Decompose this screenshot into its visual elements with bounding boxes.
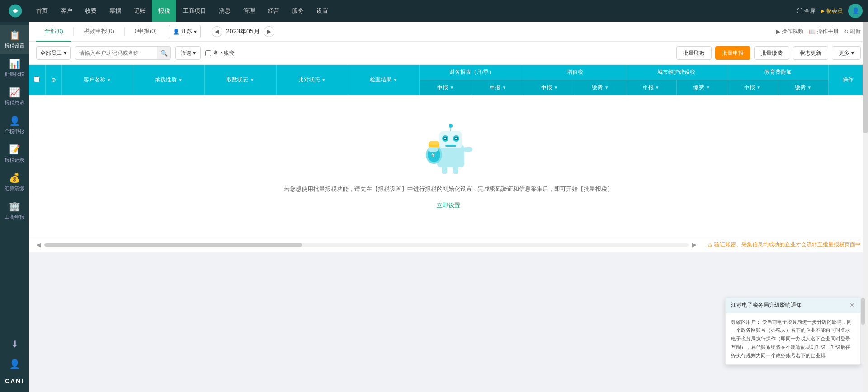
th-checkbox: [29, 65, 45, 95]
th-edu-pay: 缴费 ▼: [778, 80, 829, 96]
prev-month-button[interactable]: ◀: [212, 26, 222, 37]
th-client-name-label: 客户名称: [84, 76, 105, 83]
th-tax-nature-label: 纳税性质: [155, 76, 177, 83]
refresh-link[interactable]: ↻ 刷新: [844, 28, 861, 35]
employee-select[interactable]: 全部员工 ▾: [36, 46, 71, 60]
notification-scrollbar-thumb[interactable]: [861, 298, 865, 325]
tab-declare-count: (0): [107, 28, 114, 34]
notification-close-button[interactable]: ✕: [849, 301, 855, 309]
svg-rect-17: [428, 147, 438, 152]
th-check-result-filter[interactable]: ▼: [393, 77, 397, 82]
select-all-checkbox[interactable]: [34, 76, 40, 82]
tax-record-icon: 📝: [9, 144, 20, 155]
search-icon: 🔍: [160, 50, 168, 57]
sidebar-item-tax-overview[interactable]: 📈 报税总览: [0, 82, 29, 111]
th-city-pay: 缴费 ▼: [676, 80, 727, 96]
nav-operation[interactable]: 经营: [261, 0, 286, 22]
batch-pay-button[interactable]: 批量缴费: [754, 46, 789, 60]
annual-report-icon: 🏢: [9, 201, 20, 212]
th-education-tax: 教育费附加: [727, 65, 828, 80]
svg-point-1: [14, 10, 17, 12]
nav-manage[interactable]: 管理: [237, 0, 261, 22]
th-client-name-filter[interactable]: ▼: [107, 77, 111, 82]
operation-manual-link[interactable]: 📖 操作手册: [809, 28, 839, 35]
nav-right-actions: ⛶ 全屏 ▶ 畅会员 👤: [797, 4, 863, 18]
tab-zero-count: (0): [150, 28, 157, 34]
region-select[interactable]: 👤 江苏 ▾: [169, 25, 201, 38]
th-edu-declare: 申报 ▼: [727, 80, 778, 96]
batch-fetch-button[interactable]: 批量取数: [676, 46, 712, 60]
th-city-tax: 城市维护建设税: [626, 65, 727, 80]
video-icon: ▶: [776, 29, 780, 35]
nav-service[interactable]: 服务: [286, 0, 310, 22]
nav-billing[interactable]: 收费: [79, 0, 103, 22]
empty-state: ¥ 若您想使用批量报税功能，请先在【报税设置】中进行报税的初始化设置，完成密码: [29, 95, 868, 237]
logo[interactable]: [5, 1, 25, 21]
nav-items: 首页 客户 收费 票据 记账 报税 工商项目 消息 管理 经营 服务 设置: [30, 0, 797, 22]
account-checkbox[interactable]: [205, 50, 211, 56]
nav-message[interactable]: 消息: [212, 0, 237, 22]
svg-text:¥: ¥: [431, 151, 435, 158]
notification-body: 尊敬的用户： 受当前电子税务局进一步升级的影响，同一个政务网账号（办税人）名下的…: [726, 313, 860, 364]
member-button[interactable]: ▶ 畅会员: [821, 7, 843, 15]
search-box: 🔍: [75, 46, 171, 60]
filter-button[interactable]: 筛选 ▾: [175, 46, 201, 60]
tab-zero[interactable]: 0申报 (0): [127, 22, 165, 42]
sidebar-item-tax-settings[interactable]: 📋 报税设置: [0, 25, 29, 54]
account-checkbox-label[interactable]: 名下账套: [205, 49, 235, 57]
search-button[interactable]: 🔍: [157, 46, 170, 60]
manual-icon: 📖: [809, 29, 816, 35]
sidebar: 📋 报税设置 📊 批量报税 📈 报税总览 👤 个税申报 📝 报税记录 💰 汇算清…: [0, 22, 29, 392]
th-vat-declare: 申报 ▼: [524, 80, 575, 96]
sidebar-item-tax-record[interactable]: 📝 报税记录: [0, 139, 29, 168]
nav-bookkeeping[interactable]: 记账: [127, 0, 152, 22]
th-tax-nature-filter[interactable]: ▼: [178, 77, 183, 82]
region-label: 江苏: [181, 28, 192, 35]
sidebar-item-batch-tax[interactable]: 📊 批量报税: [0, 54, 29, 82]
nav-customer[interactable]: 客户: [54, 0, 79, 22]
nav-industrial[interactable]: 工商项目: [176, 0, 212, 22]
horizontal-scrollbar[interactable]: [44, 243, 689, 247]
next-month-button[interactable]: ▶: [264, 26, 274, 37]
sidebar-item-annual-report[interactable]: 🏢 工商年报: [0, 196, 29, 225]
th-fetch-status-label: 取数状态: [226, 76, 248, 83]
setup-link[interactable]: 立即设置: [437, 201, 460, 210]
nav-settings[interactable]: 设置: [310, 0, 335, 22]
page-content: 全部 (0) 税款申报 (0) 0申报 (0) 👤 江苏 ▾ ◀ 2023年05: [29, 22, 868, 252]
fullscreen-button[interactable]: ⛶ 全屏: [797, 7, 815, 15]
sidebar-item-settlement[interactable]: 💰 汇算清缴: [0, 168, 29, 196]
th-fetch-status-filter[interactable]: ▼: [250, 77, 255, 82]
sidebar-item-user[interactable]: 👤: [0, 354, 29, 374]
sidebar-item-personal-tax[interactable]: 👤 个税申报: [0, 111, 29, 139]
th-operation: 操作: [829, 65, 868, 95]
nav-invoice[interactable]: 票据: [103, 0, 127, 22]
account-checkbox-text: 名下账套: [213, 49, 235, 57]
warning-message: ⚠ 验证账密、采集信息均成功的企业才会流转至批量报税页面中: [708, 241, 861, 249]
tab-declare[interactable]: 税款申报 (0): [75, 22, 123, 42]
operation-video-link[interactable]: ▶ 操作视频: [776, 28, 803, 35]
th-compare-status-filter[interactable]: ▼: [321, 77, 326, 82]
batch-tax-icon: 📊: [9, 58, 20, 69]
scroll-left-arrow[interactable]: ◀: [36, 241, 41, 248]
manual-label: 操作手册: [817, 28, 839, 35]
more-label: 更多: [839, 49, 849, 57]
nav-tax[interactable]: 报税: [152, 0, 176, 22]
avatar[interactable]: 👤: [848, 4, 863, 18]
tab-all-label: 全部: [44, 27, 56, 35]
download-icon: ⬇: [11, 339, 19, 349]
tab-all[interactable]: 全部 (0): [36, 22, 71, 42]
th-compare-status-label: 比对状态: [298, 76, 320, 83]
svg-point-22: [449, 124, 453, 128]
more-button[interactable]: 更多 ▾: [832, 46, 861, 60]
filter-label: 筛选: [180, 49, 191, 57]
more-icon: ▾: [851, 50, 854, 56]
sidebar-item-download[interactable]: ⬇: [0, 334, 29, 354]
batch-declare-button[interactable]: 批量申报: [715, 46, 750, 60]
search-input[interactable]: [75, 50, 157, 56]
fullscreen-label: 全屏: [804, 7, 815, 15]
tab-divider-1: [73, 27, 74, 36]
scroll-right-arrow[interactable]: ▶: [692, 241, 697, 248]
region-dropdown-icon: ▾: [194, 29, 197, 35]
status-update-button[interactable]: 状态更新: [793, 46, 828, 60]
nav-home[interactable]: 首页: [30, 0, 54, 22]
